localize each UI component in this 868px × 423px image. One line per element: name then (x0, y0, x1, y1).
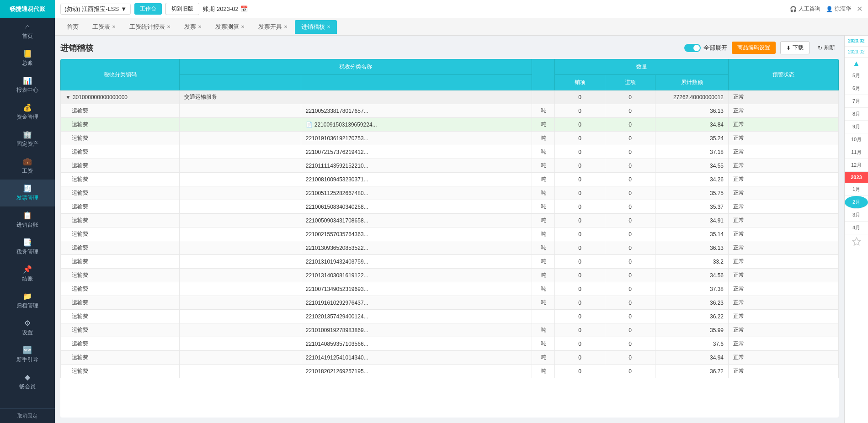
td-purchase: 0 (605, 186, 655, 200)
right-panel-feb-2023[interactable]: 2月 (845, 196, 868, 209)
td-unit: 吨 (532, 200, 555, 214)
td-status: 正常 (729, 90, 839, 104)
td-unit: 吨 (532, 186, 555, 200)
refresh-button[interactable]: ↻ 刷新 (814, 42, 839, 54)
right-panel-jun[interactable]: 6月 (845, 82, 868, 95)
tab-sales-check-close[interactable]: ✕ (327, 24, 330, 29)
td-tax-name (180, 200, 301, 214)
sidebar-item-settings[interactable]: ⚙ 设置 (0, 314, 55, 341)
tab-invoice-open[interactable]: 发票开具 ✕ (252, 20, 294, 34)
tab-salary-stats-close[interactable]: ✕ (167, 24, 170, 29)
td-tax-name (180, 323, 301, 337)
company-selector[interactable]: (勿动) 江西报宝-LSS ▼ (60, 4, 131, 15)
tab-salary-table[interactable]: 工资表 ✕ (86, 20, 122, 34)
td-sales: 0 (555, 200, 605, 214)
td-invoice-no: 2210051125282667480... (301, 186, 532, 200)
topbar: (勿动) 江西报宝-LSS ▼ 工作台 切到旧版 账期 2023-02 📅 🎧 … (55, 0, 868, 18)
sidebar-item-sales[interactable]: 📋 进销台账 (0, 206, 55, 233)
sidebar-item-reports[interactable]: 📊 报表中心 (0, 72, 55, 99)
td-tax-name: 交通运输服务 (180, 90, 301, 104)
td-invoice-no: 2210071349052319693... (301, 282, 532, 296)
td-item-name: 运输费 (61, 337, 180, 351)
td-cumulative: 34.26 (655, 173, 729, 186)
td-purchase: 0 (605, 214, 655, 227)
sidebar-item-home[interactable]: ⌂ 首页 (0, 18, 55, 45)
tab-home[interactable]: 首页 (60, 20, 85, 34)
td-cumulative: 35.37 (655, 200, 729, 214)
workbench-button[interactable]: 工作台 (134, 3, 162, 15)
switch-version-button[interactable]: 切到旧版 (165, 3, 199, 15)
download-button[interactable]: ⬇ 下载 (780, 41, 809, 54)
tab-invoice-close[interactable]: ✕ (198, 24, 202, 29)
td-purchase: 0 (605, 255, 655, 269)
td-purchase: 0 (605, 227, 655, 241)
td-invoice-no: 2210141912541014340... (301, 351, 532, 365)
sidebar-item-assets[interactable]: 🏢 固定资产 (0, 126, 55, 153)
right-panel-nov[interactable]: 11月 (845, 146, 868, 159)
right-panel-jan-2023[interactable]: 1月 (845, 183, 868, 196)
td-status: 正常 (729, 323, 839, 337)
td-item-name: 运输费 (61, 159, 180, 173)
close-button[interactable]: ✕ (857, 5, 863, 13)
td-status: 正常 (729, 186, 839, 200)
th-unit (532, 59, 555, 90)
sidebar-item-invoices[interactable]: 🧾 发票管理 (0, 180, 55, 206)
td-purchase: 0 (605, 310, 655, 323)
sidebar-item-member[interactable]: ◆ 畅会员 (0, 368, 55, 395)
right-panel-sep[interactable]: 9月 (845, 121, 868, 133)
tab-salary-stats[interactable]: 工资统计报表 ✕ (123, 20, 177, 34)
tab-salary-table-close[interactable]: ✕ (112, 24, 116, 29)
sidebar-item-salary[interactable]: 💼 工资 (0, 153, 55, 180)
td-status: 正常 (729, 337, 839, 351)
sidebar-item-guide[interactable]: 🆕 新手引导 (0, 341, 55, 368)
td-status: 正常 (729, 296, 839, 310)
tab-invoice-calc-close[interactable]: ✕ (241, 24, 245, 29)
sales-icon: 📋 (23, 211, 32, 220)
invoices-icon: 🧾 (23, 184, 32, 193)
page-title: 进销稽核 (60, 42, 93, 53)
period-value: 2023-02 (217, 5, 239, 12)
td-cumulative: 34.94 (655, 351, 729, 365)
tab-invoice-calc[interactable]: 发票测算 ✕ (209, 20, 251, 34)
right-panel-jul[interactable]: 7月 (845, 95, 868, 108)
td-cumulative: 35.99 (655, 323, 729, 337)
user-menu[interactable]: 👤 徐滢华 (826, 5, 851, 13)
sidebar-item-ledger[interactable]: 📒 总账 (0, 45, 55, 72)
td-sales: 0 (555, 227, 605, 241)
td-status: 正常 (729, 200, 839, 214)
sidebar-item-label: 归档管理 (16, 302, 38, 310)
right-panel-apr-2023[interactable]: 4月 (845, 222, 868, 234)
page-content: 进销稽核 全部展开 商品编码设置 ⬇ 下载 ↻ 刷新 (55, 36, 868, 423)
nav-up-arrow[interactable]: ▲ (845, 58, 868, 69)
sidebar-item-funds[interactable]: 💰 资金管理 (0, 99, 55, 126)
toggle-expand-switch[interactable] (684, 44, 701, 52)
table-row: 运输费 2210061508340340268... 吨 0 0 35.37 正… (61, 200, 839, 214)
settings-button[interactable]: 商品编码设置 (732, 42, 776, 54)
right-panel-aug[interactable]: 8月 (845, 108, 868, 121)
sidebar-item-archive[interactable]: 📁 归档管理 (0, 287, 55, 314)
right-panel-oct[interactable]: 10月 (845, 133, 868, 146)
sidebar-footer[interactable]: 取消固定 (0, 408, 55, 423)
right-panel-dec[interactable]: 12月 (845, 159, 868, 172)
td-item-name: 运输费 (61, 132, 180, 145)
sidebar-item-settlement[interactable]: 📌 结账 (0, 260, 55, 287)
assets-icon: 🏢 (23, 130, 32, 139)
td-cumulative: 36.72 (655, 365, 729, 378)
td-purchase: 0 (605, 132, 655, 145)
support-link[interactable]: 🎧 人工咨询 (790, 5, 820, 13)
favorite-icon[interactable] (852, 237, 861, 246)
td-invoice-no: 2210191036192170753... (301, 132, 532, 145)
period-calendar-icon[interactable]: 📅 (240, 5, 248, 12)
td-unit: 吨 (532, 365, 555, 378)
toggle-expand[interactable]: 全部展开 (684, 44, 727, 52)
tab-invoice[interactable]: 发票 ✕ (178, 20, 208, 34)
tab-sales-check[interactable]: 进销稽核 ✕ (295, 20, 337, 34)
tab-invoice-open-close[interactable]: ✕ (284, 24, 288, 29)
td-tax-name (180, 145, 301, 159)
table-row: 运输费 2210081009453230371... 吨 0 0 34.26 正… (61, 173, 839, 186)
td-cumulative: 36.13 (655, 104, 729, 118)
right-panel-mar-2023[interactable]: 3月 (845, 209, 868, 222)
app-logo: 畅捷通易代账 (0, 0, 55, 18)
sidebar-item-tax[interactable]: 📑 税务管理 (0, 233, 55, 260)
right-panel-may[interactable]: 5月 (845, 69, 868, 82)
